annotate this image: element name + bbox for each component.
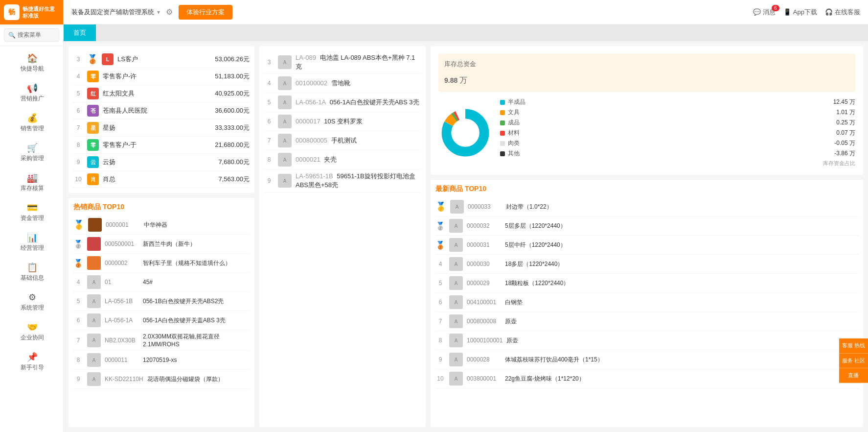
product-item: 4 A 0000030 18多层（1220*2440）: [435, 255, 858, 274]
medal-silver-icon: 🥈: [73, 240, 83, 249]
sidebar-item-basic-info[interactable]: 📋 基础信息: [0, 257, 63, 287]
legend-item: 成品 0.25 万: [500, 119, 855, 127]
product-image: A: [449, 276, 463, 290]
new-products-panel: 最新商品 TOP10 🥇 A 0000033 封边带（1.0*22） 🥈 A 0…: [431, 180, 863, 427]
product-item: 9 A 0000028 体城荔枝味苏打饮品400毫升（1*15）: [435, 350, 858, 369]
customer-badge: 零: [87, 139, 99, 151]
search-icon: 🔍: [8, 32, 16, 39]
collab-icon: 🤝: [27, 322, 38, 333]
product-image: A: [87, 294, 101, 308]
settings-icon[interactable]: ⚙: [166, 7, 173, 17]
message-button[interactable]: 💬 消息 6: [753, 8, 776, 17]
product-image: A: [450, 200, 464, 214]
medal-gold-icon: 🥇: [73, 219, 84, 230]
legend-item: 材料 0.07 万: [500, 129, 855, 137]
medal-bronze-icon: 🥉: [73, 259, 83, 268]
page-tabs: 首页: [64, 24, 868, 41]
trial-button[interactable]: 体验行业方案: [179, 5, 232, 20]
customer-badge: 零: [87, 71, 99, 82]
inventory-donut-chart: [438, 106, 492, 160]
hot-products-panel: 热销商品 TOP10 🥇 0000001 中华神器 🥈 000500001 新西…: [69, 198, 254, 427]
app-download-button[interactable]: 📱 App下载: [783, 8, 817, 17]
product-item: 7 A NB2.0X30B 2.0X30MM双摇花轴,摇花直径2.1MM/ROH…: [73, 330, 250, 351]
legend-item: 肉类 -0.05 万: [500, 139, 855, 147]
product-image: A: [87, 275, 101, 289]
medal-bronze-icon: 🥉: [435, 240, 445, 250]
legend-item: 文具 1.01 万: [500, 108, 855, 117]
product-image: A: [449, 314, 463, 328]
list-item: 5 A LA-056-1A 056-1A白色按键开关壳ABS 3壳: [264, 93, 421, 112]
marketing-icon: 📢: [27, 83, 38, 94]
sidebar-item-inventory[interactable]: 🏭 库存核算: [0, 168, 63, 197]
medal-bronze-icon: 🥉: [87, 54, 98, 65]
product-item: 6 A 004100001 白钢垫: [435, 293, 858, 312]
product-image: A: [449, 238, 463, 252]
product-item: 8 A 0000011 12070519-xs: [73, 351, 250, 370]
live-button[interactable]: 直播: [839, 368, 868, 383]
inventory-panel: 库存总资金 9.88 万: [431, 46, 863, 175]
product-item: 🥈 A 0000032 5层多层（1220*2440）: [435, 216, 858, 236]
sidebar-nav: 🏠 快捷导航 📢 营销推广 💰 销售管理 🛒 采购管理 🏭 库存核算 💳 资金管…: [0, 46, 63, 432]
list-item: 9 云 云扬 7,680.00元: [73, 154, 250, 171]
inventory-chart-area: 半成品 12.45 万 文具 1.01 万 成品 0.25 万: [438, 98, 855, 167]
product-image: A: [449, 257, 463, 271]
sidebar: 畅 畅捷通好生意 标准版 🔍 搜索菜单 🏠 快捷导航 📢 营销推广 💰 销售管理…: [0, 0, 64, 432]
product-image: A: [87, 372, 101, 386]
sidebar-item-purchase[interactable]: 🛒 采购管理: [0, 138, 63, 168]
right-panel: 库存总资金 9.88 万: [431, 46, 863, 427]
customer-service-button[interactable]: 客服 热线: [839, 338, 868, 353]
guide-icon: 📌: [27, 352, 38, 362]
message-icon: 💬: [753, 8, 761, 16]
service-icon: 🎧: [825, 8, 833, 16]
product-image: A: [278, 76, 292, 90]
customer-badge: 云: [87, 156, 99, 168]
sidebar-item-system[interactable]: ⚙ 系统管理: [0, 287, 63, 317]
logo-icon: 畅: [4, 4, 20, 20]
customer-badge: L: [102, 53, 114, 65]
sidebar-item-guide[interactable]: 📌 新手引导: [0, 347, 63, 377]
service-community-button[interactable]: 服务 社区: [839, 354, 868, 368]
sidebar-item-collab[interactable]: 🤝 企业协同: [0, 317, 63, 347]
inventory-sub-label: 库存资金占比: [500, 160, 855, 167]
sidebar-item-sales[interactable]: 💰 销售管理: [0, 108, 63, 138]
tab-home[interactable]: 首页: [64, 24, 96, 41]
product-item: 5 A 0000029 18颗粒板（1220*2440）: [435, 274, 858, 293]
legend-dot: [500, 120, 505, 125]
inventory-header: 库存总资金: [444, 60, 849, 69]
basic-info-icon: 📋: [27, 262, 38, 273]
list-item: 4 零 零售客户-许 51,183.00元: [73, 68, 250, 85]
product-image: A: [87, 334, 101, 347]
legend-dot: [500, 110, 505, 115]
online-service-button[interactable]: 🎧 在线客服: [825, 8, 860, 17]
product-image: A: [278, 153, 292, 167]
list-item: 8 A 0000021 夹壳: [264, 150, 421, 169]
product-image: A: [449, 353, 463, 366]
list-item: 10 肖 肖总 7,563.00元: [73, 171, 250, 188]
legend-dot: [500, 151, 505, 156]
svg-point-4: [451, 119, 479, 146]
home-icon: 🏠: [27, 53, 38, 64]
product-image: A: [278, 134, 292, 147]
chevron-down-icon: ▾: [157, 9, 160, 16]
search-menu-button[interactable]: 🔍 搜索菜单: [4, 28, 59, 42]
sales-icon: 💰: [27, 113, 38, 123]
sidebar-search-area: 🔍 搜索菜单: [0, 24, 63, 46]
product-item: 🥇 0000001 中华神器: [73, 216, 250, 235]
sidebar-item-home[interactable]: 🏠 快捷导航: [0, 48, 63, 78]
sidebar-item-marketing[interactable]: 📢 营销推广: [0, 78, 63, 108]
sidebar-item-operations[interactable]: 📊 经营管理: [0, 227, 63, 257]
content-area: 3 🥉 L LS客户 53,006.26元 4 零 零售客户-许 51,183.…: [64, 41, 868, 432]
logo-text: 畅捷通好生意 标准版: [23, 5, 55, 20]
product-item: 4 A 01 45#: [73, 273, 250, 292]
list-item: 7 A 000800005 手机测试: [264, 131, 421, 150]
topbar: 装备及固定资产辅助管理系统 ▾ ⚙ 体验行业方案 💬 消息 6 📱 App下载 …: [64, 0, 868, 24]
list-item: 3 A LA-089 电池盖 LA-089 ABS本色+黑种 7.1克: [264, 51, 421, 74]
sidebar-item-finance[interactable]: 💳 资金管理: [0, 197, 63, 227]
middle-panel: 3 A LA-089 电池盖 LA-089 ABS本色+黑种 7.1克 4 A …: [259, 46, 426, 427]
product-image: [88, 218, 102, 232]
product-item: 9 A KK-SD22110H 花语萌偶温分磁罐袋（厚款）: [73, 370, 250, 389]
legend-item: 半成品 12.45 万: [500, 98, 855, 106]
list-item: 6 A 0000017 10S 变料罗浆: [264, 112, 421, 131]
system-selector[interactable]: 装备及固定资产辅助管理系统 ▾: [71, 8, 160, 17]
customer-rank-panel: 3 🥉 L LS客户 53,006.26元 4 零 零售客户-许 51,183.…: [69, 46, 254, 193]
